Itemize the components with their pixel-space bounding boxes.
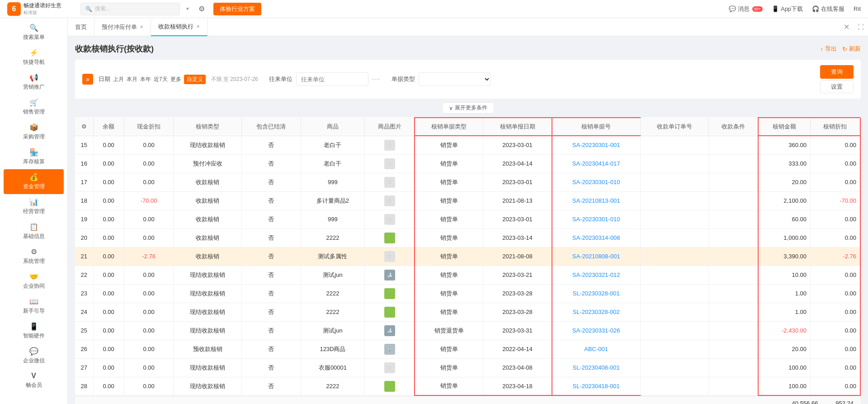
tab-expand-button[interactable]: ⛶ <box>854 20 868 34</box>
cell-receipt-condition <box>708 247 758 266</box>
refresh-button[interactable]: ↻ 刷新 <box>842 45 861 53</box>
expand-filter-button[interactable]: » <box>82 74 93 85</box>
cell-cancel-bill-no[interactable]: SA-20210808-001 <box>552 247 640 266</box>
message-button[interactable]: 💬 消息 99+ <box>729 5 763 13</box>
sidebar-label-finance: 资金管理 <box>23 183 45 190</box>
sales-icon: 🛒 <box>29 98 38 107</box>
cell-goods-image: 🏞 <box>365 266 415 284</box>
table-row: 23 0.00 0.00 现结收款核销 否 2222 销货单 2023-03-2… <box>75 284 860 303</box>
sidebar-item-purchase[interactable]: 📦 采购管理 <box>0 119 67 144</box>
cell-cancel-type: 预收款核销 <box>174 340 242 358</box>
table-row: 24 0.00 0.00 现结收款核销 否 2222 销货单 2023-03-2… <box>75 303 860 321</box>
online-service-button[interactable]: 🎧 在线客服 <box>812 5 844 13</box>
total-cancel-amount-value: 40,556,66... <box>792 400 823 404</box>
col-header-cancel-type: 核销类型 <box>174 118 242 136</box>
app-download-button[interactable]: 📱 App下载 <box>772 5 803 13</box>
inventory-icon: 🏪 <box>29 148 38 157</box>
cell-cash-discount: 0.00 <box>124 284 174 303</box>
tab-close-all-button[interactable]: ✕ <box>839 20 854 34</box>
cell-include-settled: 否 <box>242 247 301 266</box>
cell-cash-discount: 0.00 <box>124 210 174 228</box>
cell-cancel-amount: 1.00 <box>758 303 810 321</box>
cell-cancel-bill-date: 2022-04-14 <box>483 340 552 358</box>
sidebar-item-search[interactable]: 🔍 搜索菜单 <box>0 20 67 45</box>
date-this-year[interactable]: 本年 <box>140 76 151 83</box>
date-7days[interactable]: 近7天 <box>154 76 168 83</box>
tab-prepay-close[interactable]: ✕ <box>140 24 143 29</box>
cell-cancel-bill-no[interactable]: SA-20230301-010 <box>552 173 640 191</box>
query-button[interactable]: 查询 <box>820 65 854 79</box>
table-row: 21 0.00 -2.76 收款核销 否 测试多属性 □ 销货单 2021-08… <box>75 247 860 266</box>
bill-type-select[interactable] <box>419 72 491 86</box>
cell-receipt-order <box>640 284 708 303</box>
sidebar-item-wechat[interactable]: 💬 企业微信 <box>0 343 67 368</box>
sidebar-item-sales[interactable]: 🛒 销售管理 <box>0 95 67 119</box>
cell-receipt-condition <box>708 266 758 284</box>
search-box[interactable]: 🔍 搜索... <box>80 3 180 15</box>
sidebar-label-marketing: 营销推广 <box>23 83 45 91</box>
tab-receipt-cancel[interactable]: 收款核销执行 ✕ <box>151 18 208 36</box>
sidebar-item-hardware[interactable]: 📱 智能硬件 <box>0 318 67 343</box>
date-more[interactable]: 更多 <box>170 76 181 83</box>
cell-cancel-bill-no[interactable]: SL-20230328-001 <box>552 284 640 303</box>
sidebar-item-member[interactable]: V 畅会员 <box>0 368 67 393</box>
cell-receipt-order <box>640 191 708 210</box>
cell-receipt-condition <box>708 191 758 210</box>
logo: 6 畅捷通谱好生意 标准版 <box>7 2 75 16</box>
tab-home[interactable]: 首页 <box>68 18 94 36</box>
cell-cancel-bill-no[interactable]: ABC-001 <box>552 340 640 358</box>
sidebar-item-basic-info[interactable]: 📋 基础信息 <box>0 219 67 244</box>
cell-cancel-type: 收款核销 <box>174 173 242 191</box>
cell-cancel-bill-type: 销货单 <box>415 154 483 173</box>
tab-receipt-close[interactable]: ✕ <box>196 24 200 29</box>
cell-goods: 老白干 <box>301 136 365 154</box>
cell-cancel-amount: 333.00 <box>758 154 810 173</box>
settings-button[interactable]: 设置 <box>820 81 854 93</box>
date-last-month[interactable]: 上月 <box>113 76 124 83</box>
counterparty-input[interactable] <box>296 72 368 86</box>
col-header-cancel-amount: 核销金额 <box>758 118 810 136</box>
cell-id: 23 <box>75 284 93 303</box>
gear-button[interactable]: ⚙ <box>195 3 208 15</box>
cell-cancel-bill-no[interactable]: SA-20230331-026 <box>552 321 640 340</box>
cell-cancel-bill-no[interactable]: SA-20230414-017 <box>552 154 640 173</box>
solution-button[interactable]: 体验行业方案 <box>213 3 261 15</box>
cell-goods: 2222 <box>301 377 365 395</box>
sidebar-item-guide[interactable]: 📖 新手引导 <box>0 294 67 318</box>
sidebar-item-marketing[interactable]: 📢 营销推广 <box>0 70 67 95</box>
finance-icon: 💰 <box>29 173 38 181</box>
cell-cancel-bill-no[interactable]: SL-20230408-001 <box>552 358 640 377</box>
sidebar-item-quick[interactable]: ⚡ 快捷导航 <box>0 45 67 70</box>
col-header-settings[interactable]: ⚙ <box>75 118 93 136</box>
cell-receipt-order <box>640 321 708 340</box>
cell-cancel-bill-no[interactable]: SA-20210813-001 <box>552 191 640 210</box>
table-row: 28 0.00 0.00 现结收款核销 否 2222 销货单 2023-04-1… <box>75 377 860 395</box>
cell-receipt-order <box>640 266 708 284</box>
cell-receipt-order <box>640 247 708 266</box>
sidebar-item-finance[interactable]: 💰 资金管理 <box>4 169 64 194</box>
cell-receipt-condition <box>708 340 758 358</box>
date-custom[interactable]: 自定义 <box>184 75 206 84</box>
cell-cancel-bill-no[interactable]: SA-20230301-010 <box>552 210 640 228</box>
cell-goods-image <box>365 303 415 321</box>
sidebar-item-collab[interactable]: 🤝 企业协同 <box>0 269 67 294</box>
cell-cancel-bill-no[interactable]: SA-20230314-008 <box>552 228 640 247</box>
cell-cancel-bill-no[interactable]: SL-20230328-002 <box>552 303 640 321</box>
sidebar-item-system[interactable]: ⚙ 系统管理 <box>0 244 67 269</box>
cell-cancel-discount: -2.76 <box>810 247 860 266</box>
sidebar-item-inventory[interactable]: 🏪 库存核算 <box>0 144 67 169</box>
cell-cancel-amount: 60.00 <box>758 210 810 228</box>
export-button[interactable]: ↑ 导出 <box>821 45 837 53</box>
date-this-month[interactable]: 本月 <box>127 76 137 83</box>
tab-prepay[interactable]: 预付冲应付单 ✕ <box>94 18 151 36</box>
cell-cancel-bill-no[interactable]: SA-20230321-012 <box>552 266 640 284</box>
sidebar-label-quick: 快捷导航 <box>23 58 45 66</box>
cell-cancel-bill-no[interactable]: SA-20230301-001 <box>552 136 640 154</box>
filter-more-dots: ··· <box>372 75 381 83</box>
cell-cancel-bill-no[interactable]: SL-20230418-001 <box>552 377 640 395</box>
sidebar-item-operations[interactable]: 📊 经营管理 <box>0 194 67 219</box>
cell-cash-discount: -70.00 <box>124 191 174 210</box>
expand-more-button[interactable]: ∨ 展开更多条件 <box>442 102 494 114</box>
purchase-icon: 📦 <box>29 123 38 132</box>
table-row: 26 0.00 0.00 预收款核销 否 123D商品 🏢 销货单 2022-0… <box>75 340 860 358</box>
